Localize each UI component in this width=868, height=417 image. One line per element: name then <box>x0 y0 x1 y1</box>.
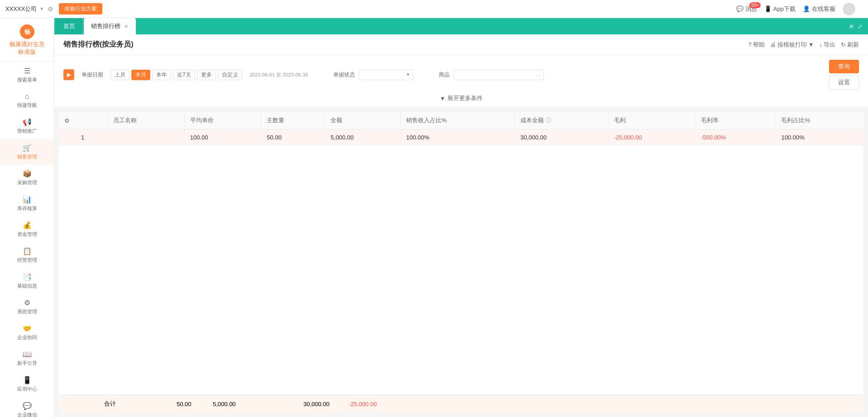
message-icon: 💬 <box>736 5 743 12</box>
sidebar-item-marketing[interactable]: 📢 营销推广 <box>0 113 54 139</box>
status-chevron-icon: ▼ <box>406 72 410 77</box>
app-logo-icon: 畅 <box>19 24 35 40</box>
help-icon: ? <box>748 41 751 48</box>
sidebar-item-guide[interactable]: 📖 新手引导 <box>0 345 54 371</box>
query-button[interactable]: 查询 <box>829 60 859 73</box>
table-footer: 合计 50.00 5,000.00 30,000.00 -25,000.00 <box>59 395 863 412</box>
sidebar-item-purchase[interactable]: 📦 采购管理 <box>0 165 54 191</box>
td-sales-pct: 100.00% <box>400 129 514 146</box>
page-header-actions: ? 帮助 🖨 按模板打印 ▼ ↓ 导出 ↻ 刷新 <box>748 41 859 54</box>
query-actions: 查询 设置 <box>829 60 859 90</box>
download-icon: 📱 <box>764 5 772 12</box>
th-amount: 全额 <box>325 112 401 129</box>
filter-expand-arrow[interactable]: ▶ <box>63 69 74 80</box>
settings-icon[interactable]: ⚙ <box>48 5 53 13</box>
page-title: 销售排行榜(按业务员) <box>63 40 134 55</box>
cost-info-icon[interactable]: ⓘ <box>546 117 551 124</box>
td-gross-pct: 100.00% <box>776 129 863 146</box>
settings-button[interactable]: 设置 <box>829 75 859 90</box>
sidebar-item-quick-nav[interactable]: ⌂ 快捷导航 <box>0 88 54 113</box>
sidebar-item-inventory[interactable]: 📊 库存核算 <box>0 191 54 216</box>
print-chevron-icon: ▼ <box>808 41 814 48</box>
sidebar-logo: 畅 畅康通好生意 标准版 <box>0 18 54 62</box>
page-content: 销售排行榜(按业务员) ? 帮助 🖨 按模板打印 ▼ ↓ 导出 <box>54 34 868 417</box>
sidebar-item-label: 资金管理 <box>17 231 37 238</box>
help-button[interactable]: ? 帮助 <box>748 41 764 49</box>
sidebar-item-system[interactable]: ⚙ 系统管理 <box>0 294 54 320</box>
th-gross-margin: 毛利率 <box>695 112 776 129</box>
expand-conditions-button[interactable]: ▼ 展开更多条件 <box>440 94 483 102</box>
sidebar-item-label: 搜索菜单 <box>17 77 37 83</box>
goods-filter-label: 商品 <box>439 71 450 79</box>
table-scroll-container[interactable]: ⚙ 员工名称 平均单价 主数量 全额 销售收入占比% 成本全额 ⓘ 毛 <box>59 112 863 395</box>
close-tab-icon[interactable]: ✕ <box>849 23 854 30</box>
company-name: XXXXX公司 <box>5 5 37 13</box>
sidebar-item-operations[interactable]: 📋 经营管理 <box>0 242 54 268</box>
sidebar-item-finance[interactable]: 💰 资金管理 <box>0 216 54 242</box>
date-this-year-btn[interactable]: 本年 <box>152 70 171 80</box>
sidebar-item-label: 快捷导航 <box>17 102 37 109</box>
online-service-button[interactable]: 👤 在线客服 <box>803 5 835 13</box>
finance-icon: 💰 <box>23 221 32 230</box>
status-filter-label: 单据状态 <box>333 71 355 79</box>
purchase-icon: 📦 <box>23 169 32 178</box>
refresh-button[interactable]: ↻ 刷新 <box>841 41 859 49</box>
maximize-icon[interactable]: ⤢ <box>858 23 863 30</box>
tab-home[interactable]: 首页 <box>56 18 83 34</box>
sidebar-item-app-center[interactable]: 📱 应用中心 <box>0 371 54 397</box>
trial-button[interactable]: 体验行业方案 <box>59 3 102 14</box>
table-row: 1 100.00 50.00 5,000.00 100.00% 30,000.0… <box>59 129 863 146</box>
goods-select[interactable]: … <box>453 70 544 80</box>
date-custom-btn[interactable]: 自定义 <box>218 70 242 80</box>
footer-amount: 5,000.00 <box>207 401 253 407</box>
footer-total-label: 合计 <box>99 400 135 408</box>
message-button[interactable]: 💬 消息 99+ <box>736 5 757 13</box>
date-prev-month-btn[interactable]: 上月 <box>110 70 129 80</box>
export-button[interactable]: ↓ 导出 <box>820 41 836 49</box>
table-section: ⚙ 员工名称 平均单价 主数量 全额 销售收入占比% 成本全额 ⓘ 毛 <box>59 112 863 412</box>
th-gross-pct: 毛利占比% <box>776 112 863 129</box>
sidebar-item-label: 基础信息 <box>17 283 37 289</box>
th-qty: 主数量 <box>261 112 325 129</box>
sidebar-item-label: 应用中心 <box>17 386 37 393</box>
service-icon: 👤 <box>803 5 810 12</box>
td-cost-amount: 30,000.00 <box>515 129 608 146</box>
tab-close-icon[interactable]: ✕ <box>124 24 128 29</box>
top-bar: XXXXX公司 ▼ ⚙ 体验行业方案 💬 消息 99+ 📱 App下载 👤 在线… <box>0 0 868 18</box>
sidebar-item-label: 销售管理 <box>17 153 37 160</box>
date-range-text: 2023-06-01 至 2023-06-30 <box>249 72 308 78</box>
export-icon: ↓ <box>820 41 823 48</box>
sidebar-item-enterprise-collab[interactable]: 🤝 企业协同 <box>0 320 54 345</box>
app-download-label: App下载 <box>773 5 796 13</box>
td-gross-margin: -500.00% <box>695 129 776 146</box>
sidebar-item-sales[interactable]: 🛒 销售管理 <box>0 139 54 165</box>
th-settings[interactable]: ⚙ <box>59 112 76 129</box>
date-last-7days-btn[interactable]: 近7天 <box>173 70 195 80</box>
sidebar-item-label: 企业协同 <box>17 334 37 341</box>
sidebar-item-label: 新手引导 <box>17 360 37 367</box>
status-select[interactable]: ▼ <box>359 70 413 80</box>
print-button[interactable]: 🖨 按模板打印 ▼ <box>770 41 814 49</box>
date-more-btn[interactable]: 更多 <box>197 70 216 80</box>
td-settings <box>59 129 76 146</box>
sidebar: 畅 畅康通好生意 标准版 ☰ 搜索菜单 ⌂ 快捷导航 📢 营销推广 🛒 销售管理… <box>0 18 54 417</box>
tab-home-label: 首页 <box>63 22 75 30</box>
operations-icon: 📋 <box>23 247 32 255</box>
sidebar-item-search[interactable]: ☰ 搜索菜单 <box>0 62 54 88</box>
basic-info-icon: 📑 <box>23 273 32 281</box>
collab-icon: 🤝 <box>23 324 32 333</box>
sidebar-item-basic-info[interactable]: 📑 基础信息 <box>0 268 54 294</box>
logo-text: 畅康通好生意 标准版 <box>10 41 45 56</box>
goods-ellipsis-icon: … <box>536 72 541 77</box>
company-selector[interactable]: XXXXX公司 ▼ <box>5 5 44 13</box>
sidebar-item-enterprise-wechat[interactable]: 💬 企业微信 <box>0 397 54 417</box>
td-name <box>108 129 185 146</box>
export-label: 导出 <box>824 41 835 49</box>
date-this-month-btn[interactable]: 本月 <box>131 70 150 80</box>
th-cost-amount: 成本全额 ⓘ <box>515 112 608 129</box>
app-center-icon: 📱 <box>23 376 32 384</box>
tab-sales-ranking[interactable]: 销售排行榜 ✕ <box>84 18 136 34</box>
avatar[interactable] <box>843 3 855 15</box>
th-rank <box>76 112 108 129</box>
app-download-button[interactable]: 📱 App下载 <box>764 5 796 13</box>
